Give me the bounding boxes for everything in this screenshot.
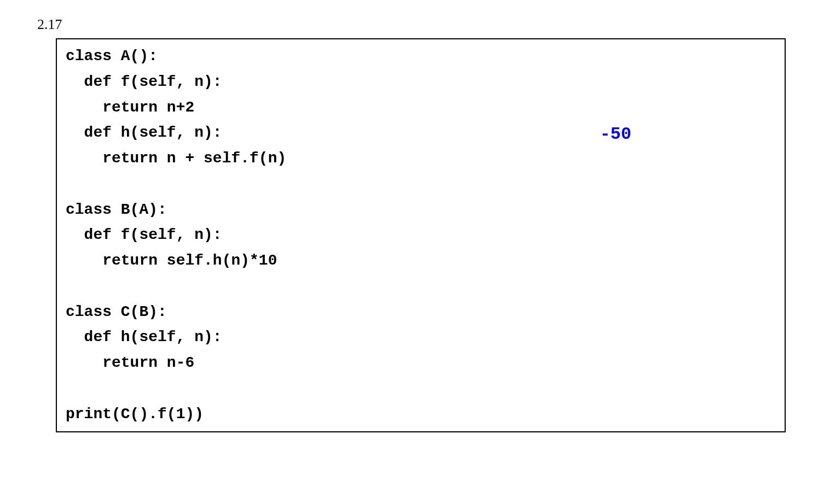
- code-block: class A(): def f(self, n): return n+2 de…: [66, 44, 776, 427]
- code-container: class A(): def f(self, n): return n+2 de…: [56, 38, 786, 432]
- question-number: 2.17: [37, 16, 791, 33]
- answer-annotation: -50: [600, 124, 631, 144]
